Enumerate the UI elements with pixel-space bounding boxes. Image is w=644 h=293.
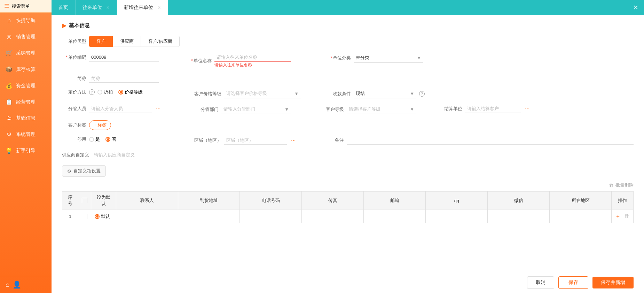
unit-category-group: *单位分类 未分类 ▼ [327, 53, 634, 63]
custom-settings-button[interactable]: ⚙ 自定义项设置 [62, 165, 106, 177]
email-input[interactable] [367, 214, 422, 219]
region-more-btn[interactable]: ··· [290, 137, 297, 144]
chevron-down-icon: ▼ [417, 55, 421, 60]
unit-category-select[interactable]: 未分类 ▼ [354, 53, 423, 63]
customer-tag-label: 客户标签 [62, 122, 86, 128]
tab-partners-close[interactable]: ✕ [106, 5, 110, 10]
supplier-custom-input[interactable] [92, 151, 196, 159]
radio-no-label: 否 [112, 136, 116, 143]
add-tag-button[interactable]: + 标签 [89, 120, 111, 130]
settlement-unit-more-btn[interactable]: ··· [524, 106, 531, 112]
pricing-row: 定价方法 ? 折扣 价格等级 [62, 89, 634, 98]
col-contact: 联系人 [116, 192, 178, 210]
cell-fax[interactable] [302, 210, 364, 223]
row-checkbox[interactable] [82, 214, 87, 219]
cell-region[interactable] [550, 210, 612, 223]
purchase-icon: 🛒 [6, 50, 13, 56]
manager-input[interactable] [89, 105, 152, 113]
radio-yes-circle [89, 137, 94, 142]
cancel-button[interactable]: 取消 [527, 276, 554, 289]
tab-new-partner-close[interactable]: ✕ [157, 5, 161, 10]
unit-name-label: *单位名称 [187, 58, 212, 64]
qq-input[interactable] [429, 214, 484, 219]
sidebar-item-operations[interactable]: 📋 经营管理 [0, 94, 52, 110]
col-fax: 传真 [302, 192, 364, 210]
wechat-input[interactable] [491, 214, 546, 219]
sidebar-item-label: 快捷导航 [16, 17, 36, 24]
sidebar-item-basic-info[interactable]: 🗂 基础信息 [0, 110, 52, 126]
cell-seq: 1 [62, 210, 78, 223]
unit-info-row: *单位编码 *单位名称 请输入往来单位名称 [62, 53, 634, 68]
default-radio[interactable]: 默认 [95, 213, 112, 220]
cell-email[interactable] [364, 210, 426, 223]
pricing-info-icon[interactable]: ? [89, 89, 95, 95]
radio-price-level[interactable]: 价格等级 [118, 89, 143, 95]
supplier-custom-row: 供应商自定义 [62, 151, 634, 159]
col-region: 所在地区 [550, 192, 612, 210]
payment-terms-select[interactable]: 现结 ▼ [354, 89, 416, 98]
manager-group: 分管人员 ··· [62, 105, 194, 113]
sidebar-item-label: 销售管理 [16, 34, 36, 40]
radio-price-level-label: 价格等级 [125, 89, 143, 95]
radio-yes[interactable]: 是 [89, 136, 100, 143]
sidebar-home-icon[interactable]: ⌂ [6, 280, 10, 289]
sidebar-item-label: 经营管理 [16, 99, 36, 105]
col-checkbox [78, 192, 91, 210]
fax-input[interactable] [305, 214, 360, 219]
region-group: 区域（地区） ··· [194, 136, 320, 145]
contact-input[interactable] [120, 214, 174, 219]
unit-category-value: 未分类 [356, 55, 369, 61]
payment-terms-info-icon[interactable]: ? [419, 91, 425, 97]
table-header-row: 序号 设为默认 联系人 到货地址 电话号码 传真 邮箱 qq 微信 所在地区 操… [62, 192, 634, 210]
cell-phone[interactable] [240, 210, 302, 223]
sidebar-item-purchase[interactable]: 🛒 采购管理 [0, 45, 52, 61]
unit-btn-both[interactable]: 客户/供应商 [141, 36, 180, 47]
radio-discount[interactable]: 折扣 [97, 89, 113, 95]
sidebar-item-finance[interactable]: 💰 资金管理 [0, 78, 52, 94]
cell-address[interactable] [178, 210, 240, 223]
sidebar-item-inventory[interactable]: 📦 库存核算 [0, 61, 52, 78]
unit-name-input[interactable] [214, 53, 291, 62]
phone-input[interactable] [243, 214, 298, 219]
batch-delete[interactable]: 🗑 批量删除 [62, 182, 634, 188]
tab-new-partner[interactable]: 新增往来单位 ✕ [117, 0, 168, 15]
notes-label: 备注 [320, 137, 344, 144]
department-select[interactable]: 请输入分管部门 ▼ [221, 105, 291, 114]
chevron-down-icon: ▼ [410, 91, 414, 96]
save-button[interactable]: 保存 [558, 276, 588, 289]
notes-input[interactable] [347, 136, 634, 145]
customer-price-select[interactable]: 请选择客户价格等级 ▼ [224, 89, 301, 98]
region-cell-input[interactable] [553, 214, 608, 219]
settlement-unit-input[interactable] [465, 105, 521, 113]
tab-partners[interactable]: 往来单位 ✕ [76, 0, 117, 15]
customer-level-select[interactable]: 请选择客户等级 ▼ [347, 105, 416, 114]
save-new-button[interactable]: 保存并新增 [592, 277, 634, 288]
unit-code-input[interactable] [89, 53, 159, 62]
radio-no[interactable]: 否 [105, 136, 116, 143]
unit-btn-customer[interactable]: 客户 [89, 36, 113, 47]
tab-home[interactable]: 首页 [52, 0, 76, 15]
delete-row-icon[interactable]: 🗑 [624, 213, 630, 219]
search-menu[interactable]: ☰ 搜索菜单 [0, 0, 52, 13]
region-input[interactable] [224, 136, 287, 145]
close-all-button[interactable]: ✕ [628, 4, 644, 11]
sidebar-item-quick-nav[interactable]: ⌂ 快捷导航 [0, 13, 52, 29]
sidebar-user-icon[interactable]: 👤 [13, 280, 21, 289]
cell-contact[interactable] [116, 210, 178, 223]
sidebar-item-system[interactable]: ⚙ 系统管理 [0, 126, 52, 143]
operations-icon: 📋 [6, 99, 13, 105]
cell-wechat[interactable] [488, 210, 550, 223]
sidebar-item-guide[interactable]: 💡 新手引导 [0, 143, 52, 159]
add-row-icon[interactable]: ＋ [615, 213, 621, 219]
address-input[interactable] [182, 214, 236, 219]
unit-btn-supplier[interactable]: 供应商 [113, 36, 141, 47]
sidebar-item-sales[interactable]: ◎ 销售管理 [0, 29, 52, 45]
abbr-input[interactable] [89, 74, 159, 83]
select-all-checkbox[interactable] [82, 198, 87, 203]
sidebar-item-label: 新手引导 [16, 148, 36, 154]
system-icon: ⚙ [6, 131, 13, 138]
pricing-radio-group: 折扣 价格等级 [97, 89, 143, 95]
col-default: 设为默认 [91, 192, 116, 210]
manager-more-btn[interactable]: ··· [155, 106, 162, 112]
cell-qq[interactable] [426, 210, 488, 223]
